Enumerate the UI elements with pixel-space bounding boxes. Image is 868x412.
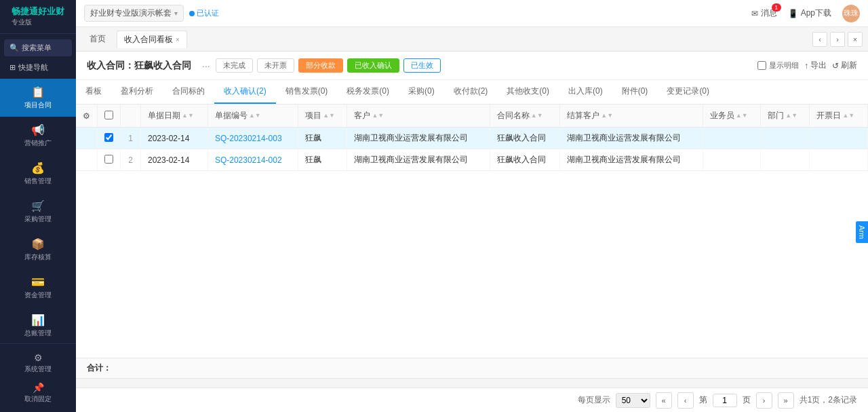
subtab-board[interactable]: 看板 xyxy=(76,80,111,104)
sort-salesperson[interactable]: 业务员 ▲▼ xyxy=(710,110,754,121)
avatar: 珠珠 xyxy=(842,5,860,22)
sidebar-item-label-3: 采购管理 xyxy=(24,214,52,224)
subtab-sales-invoice[interactable]: 销售发票(0) xyxy=(276,80,338,104)
page-next-btn[interactable]: › xyxy=(756,392,772,409)
sort-project[interactable]: 项目 ▲▼ xyxy=(305,110,340,121)
subtab-profit[interactable]: 盈利分析 xyxy=(111,80,163,104)
main: 好业财专业版演示帐套 ▾ 已认证 ✉ 消息 1 📱 App下载 珠珠 xyxy=(76,0,868,412)
refresh-label: 刷新 xyxy=(841,60,857,71)
sort-customer[interactable]: 客户 ▲▼ xyxy=(354,110,482,121)
subtab-other-income[interactable]: 其他收支(0) xyxy=(497,80,559,104)
sidebar-item-ledger[interactable]: 📊 总账管理 xyxy=(0,307,76,343)
sidebar-item-system[interactable]: ⚙ 系统管理 xyxy=(0,348,76,378)
horizontal-scrollbar[interactable] xyxy=(76,378,868,388)
table-row[interactable]: 2 2023-02-14 SQ-20230214-002 狂飙 湖南卫视商业运营… xyxy=(76,149,868,171)
th-customer[interactable]: 客户 ▲▼ xyxy=(347,105,490,128)
sidebar-item-label-6: 总账管理 xyxy=(24,329,52,338)
page-prev-btn[interactable]: ‹ xyxy=(677,392,694,409)
sidebar-search-btn[interactable]: 🔍 搜索菜单 xyxy=(4,39,72,56)
message-action[interactable]: ✉ 消息 1 xyxy=(751,7,777,19)
th-department[interactable]: 部门 ▲▼ xyxy=(761,105,810,128)
th-date[interactable]: 单据日期 ▲▼ xyxy=(141,105,208,128)
order-link-2[interactable]: SQ-20230214-002 xyxy=(215,155,282,165)
page-info: 共1页，2条记录 xyxy=(800,394,857,406)
search-icon: 🔍 xyxy=(9,43,19,52)
table-row[interactable]: 1 2023-02-14 SQ-20230214-003 狂飙 湖南卫视商业运营… xyxy=(76,128,868,149)
sidebar-item-unpin[interactable]: 📌 取消固定 xyxy=(0,378,76,408)
th-project[interactable]: 项目 ▲▼ xyxy=(298,105,347,128)
sort-invoice-date[interactable]: 开票日 ▲▼ xyxy=(816,110,861,121)
status-effective-btn[interactable]: 已生效 xyxy=(403,58,441,73)
page-size-select[interactable]: 50 20 100 xyxy=(616,393,650,408)
th-order-no[interactable]: 单据编号 ▲▼ xyxy=(208,105,298,128)
subtab-tax-invoice[interactable]: 税务发票(0) xyxy=(337,80,399,104)
th-invoice-date[interactable]: 开票日 ▲▼ xyxy=(810,105,868,128)
td-salesperson-1 xyxy=(703,128,761,149)
contract-more-btn[interactable]: ··· xyxy=(202,60,210,71)
sort-settlement[interactable]: 结算客户 ▲▼ xyxy=(567,110,695,121)
contract-title: 收入合同：狂飙收入合同 xyxy=(87,60,191,72)
grid-icon: ⊞ xyxy=(9,63,16,72)
subtab-revenue-confirm[interactable]: 收入确认(2) xyxy=(214,80,276,104)
tab-close-icon[interactable]: × xyxy=(176,36,180,43)
show-details-label: 显示明细 xyxy=(769,60,799,71)
page-current-input[interactable] xyxy=(713,394,737,407)
sidebar-item-marketing[interactable]: 📢 营销推广 xyxy=(0,117,76,155)
row1-checkbox[interactable] xyxy=(104,133,113,142)
th-project-label: 项目 xyxy=(305,110,321,121)
subtab-contract-items[interactable]: 合同标的 xyxy=(163,80,214,104)
subtab-payment[interactable]: 收付款(2) xyxy=(444,80,498,104)
tab-next-btn[interactable]: › xyxy=(830,32,845,47)
user-action[interactable]: 珠珠 xyxy=(842,5,860,22)
subtab-purchase[interactable]: 采购(0) xyxy=(399,80,444,104)
message-icon: ✉ xyxy=(751,9,758,18)
show-details-toggle[interactable]: 显示明细 xyxy=(757,60,799,71)
sidebar-item-finance[interactable]: 💳 资金管理 xyxy=(0,269,76,307)
tab-home[interactable]: 首页 xyxy=(81,31,114,48)
sort-date[interactable]: 单据日期 ▲▼ xyxy=(148,110,201,121)
sort-order-no[interactable]: 单据编号 ▲▼ xyxy=(215,110,291,121)
order-link-1[interactable]: SQ-20230214-003 xyxy=(215,134,282,143)
tab-prev-btn[interactable]: ‹ xyxy=(812,32,827,47)
td-department-1 xyxy=(761,128,810,149)
tab-contract-board[interactable]: 收入合同看板 × xyxy=(117,31,187,48)
td-order-1[interactable]: SQ-20230214-003 xyxy=(208,128,298,149)
show-details-checkbox[interactable] xyxy=(757,61,766,70)
right-panel-arm[interactable]: Arm xyxy=(856,221,868,242)
th-salesperson[interactable]: 业务员 ▲▼ xyxy=(703,105,761,128)
scrollbar-inner xyxy=(76,379,868,379)
company-select[interactable]: 好业财专业版演示帐套 ▾ xyxy=(84,5,184,22)
export-btn[interactable]: ↑ 导出 xyxy=(804,60,827,71)
td-checkbox-1[interactable] xyxy=(98,128,121,149)
sidebar-item-inventory[interactable]: 📦 库存核算 xyxy=(0,231,76,269)
td-checkbox-2[interactable] xyxy=(98,149,121,171)
refresh-btn[interactable]: ↺ 刷新 xyxy=(832,60,857,71)
td-department-2 xyxy=(761,149,810,171)
td-invoice-date-2 xyxy=(810,149,868,171)
sidebar-quick-nav-btn[interactable]: ⊞ 快捷导航 xyxy=(4,59,72,76)
sidebar-item-project-contract[interactable]: 📋 项目合同 xyxy=(0,79,76,117)
table-wrapper[interactable]: ⚙ 单据日期 ▲▼ xyxy=(76,105,868,358)
subtab-warehouse[interactable]: 出入库(0) xyxy=(559,80,612,104)
sort-contract[interactable]: 合同名称 ▲▼ xyxy=(497,110,553,121)
select-all-checkbox[interactable] xyxy=(104,111,113,119)
app-download-action[interactable]: 📱 App下载 xyxy=(788,7,831,19)
page-last-btn[interactable]: » xyxy=(778,392,794,409)
sidebar-item-purchase[interactable]: 🛒 采购管理 xyxy=(0,193,76,231)
sort-department[interactable]: 部门 ▲▼ xyxy=(768,110,802,121)
page-first-btn[interactable]: « xyxy=(656,392,672,409)
subtab-change-log[interactable]: 变更记录(0) xyxy=(657,80,719,104)
subtab-attachment[interactable]: 附件(0) xyxy=(612,80,658,104)
row2-checkbox[interactable] xyxy=(104,155,113,164)
td-order-2[interactable]: SQ-20230214-002 xyxy=(208,149,298,171)
th-contract[interactable]: 合同名称 ▲▼ xyxy=(490,105,560,128)
sidebar-item-sales[interactable]: 💰 销售管理 xyxy=(0,155,76,193)
status-incomplete-btn[interactable]: 未完成 xyxy=(216,58,253,73)
status-confirmed-btn[interactable]: 已收入确认 xyxy=(347,58,399,73)
certified-dot-icon xyxy=(189,11,195,16)
th-settlement[interactable]: 结算客户 ▲▼ xyxy=(560,105,703,128)
sidebar: 畅捷通好业财 专业版 🔍 搜索菜单 ⊞ 快捷导航 📋 项目合同 📢 营销推广 💰… xyxy=(0,0,76,412)
tab-close-all-btn[interactable]: × xyxy=(848,32,863,47)
status-partial-btn[interactable]: 部分收款 xyxy=(298,58,343,73)
status-uninvoiced-btn[interactable]: 未开票 xyxy=(257,58,294,73)
